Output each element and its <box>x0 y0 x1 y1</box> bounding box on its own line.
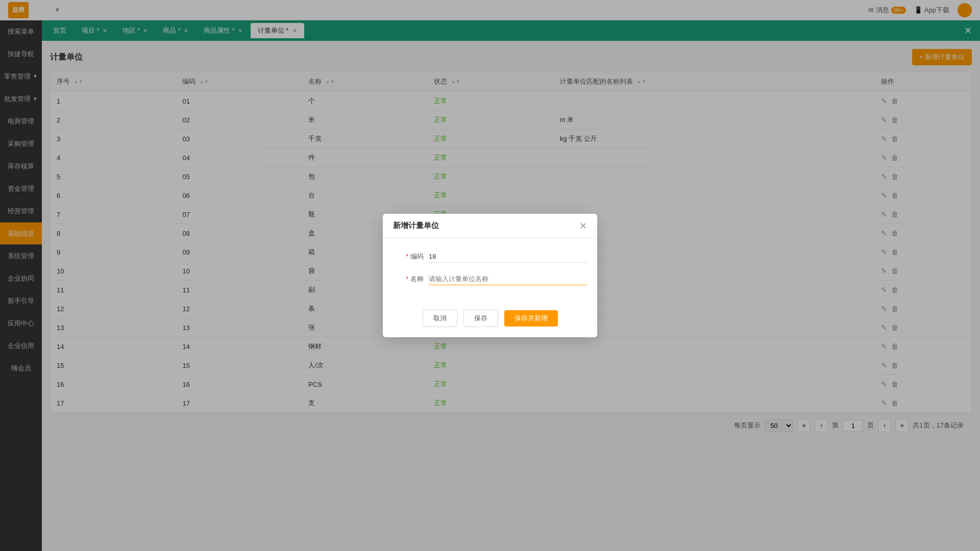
modal-header: 新增计量单位 ✕ <box>383 214 597 238</box>
name-label: 名称 <box>393 274 424 284</box>
name-required-star <box>406 275 410 283</box>
save-add-button[interactable]: 保存并新增 <box>504 310 558 327</box>
cancel-button[interactable]: 取消 <box>423 310 457 327</box>
name-input[interactable] <box>429 273 587 285</box>
code-required-star <box>406 253 410 260</box>
modal-body: 编码 名称 <box>383 238 597 304</box>
code-input[interactable] <box>429 251 587 263</box>
modal-title: 新增计量单位 <box>393 221 439 231</box>
modal-add-unit: 新增计量单位 ✕ 编码 名称 取消 保存 保存并新增 <box>383 214 597 337</box>
modal-footer: 取消 保存 保存并新增 <box>383 304 597 337</box>
form-row-code: 编码 <box>393 251 587 263</box>
code-label-text: 编码 <box>410 253 424 260</box>
form-row-name: 名称 <box>393 273 587 285</box>
save-button[interactable]: 保存 <box>463 310 498 327</box>
modal-close-button[interactable]: ✕ <box>579 221 587 231</box>
modal-overlay[interactable]: 新增计量单位 ✕ 编码 名称 取消 保存 保存并新增 <box>0 0 980 551</box>
name-label-text: 名称 <box>410 275 424 283</box>
code-label: 编码 <box>393 252 424 261</box>
